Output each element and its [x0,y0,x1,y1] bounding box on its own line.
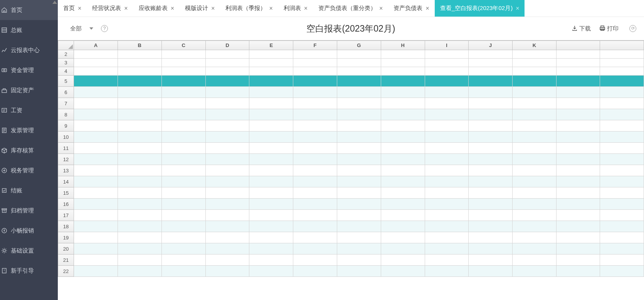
cell-14-H[interactable] [381,176,425,187]
cell-13-F[interactable] [293,165,337,176]
tab-8[interactable]: 查看_空白报表(2023年02月)× [435,0,525,17]
cell-14-B[interactable] [118,176,161,187]
cell-7-J[interactable] [469,98,513,109]
tab-2[interactable]: 应收账龄表× [133,0,180,17]
cell-14-E[interactable] [249,176,293,187]
cell-16-C[interactable] [161,199,205,210]
cell-5-C[interactable] [161,76,205,87]
cell-7-F[interactable] [293,98,337,109]
col-header-K[interactable]: K [513,41,557,50]
cell-20-C[interactable] [161,243,205,254]
cell-6-A[interactable] [74,87,118,98]
cell-6-C[interactable] [161,87,205,98]
cell-2-K[interactable] [513,50,557,59]
cell-9-J[interactable] [469,120,513,131]
cell-12-E[interactable] [249,154,293,165]
cell-20-A[interactable] [74,243,118,254]
cell-5-E[interactable] [249,76,293,87]
tab-0[interactable]: 首页× [58,0,87,17]
row-header-21[interactable]: 21 [58,254,74,266]
cell-14-D[interactable] [205,176,249,187]
cell-10-G[interactable] [337,131,381,143]
cell-4-F[interactable] [293,67,337,76]
cell-9-A[interactable] [74,120,118,131]
sidebar-item-2[interactable]: 云报表中心 [0,40,58,60]
cell-9-F[interactable] [293,120,337,131]
cell-4-K[interactable] [513,67,557,76]
col-header-A[interactable]: A [74,41,118,50]
cell-17-B[interactable] [118,210,161,221]
cell-20-B[interactable] [118,243,161,254]
cell-16-I[interactable] [425,199,469,210]
cell-11-F[interactable] [293,143,337,154]
sidebar-item-10[interactable]: 归档管理 [0,201,58,221]
row-header-7[interactable]: 7 [58,98,74,109]
row-header-20[interactable]: 20 [58,243,74,254]
cell-18-F[interactable] [293,221,337,232]
cell-2-C[interactable] [161,50,205,59]
cell-4-D[interactable] [205,67,249,76]
cell-4-A[interactable] [74,67,118,76]
sidebar-item-6[interactable]: 发票管理 [0,120,58,140]
cell-3-H[interactable] [381,59,425,67]
close-icon[interactable]: × [304,5,308,12]
row-header-4[interactable]: 4 [58,67,74,76]
cell-17-H[interactable] [381,210,425,221]
cell-13-D[interactable] [205,165,249,176]
cell-15-A[interactable] [74,187,118,199]
cell-15-I[interactable] [425,187,469,199]
cell-21-A[interactable] [74,254,118,266]
cell-22-A[interactable] [74,266,118,277]
row-header-9[interactable]: 9 [58,120,74,131]
col-header-I[interactable]: I [425,41,469,50]
cell-3-D[interactable] [205,59,249,67]
col-header-G[interactable]: G [337,41,381,50]
cell-6-H[interactable] [381,87,425,98]
help-icon[interactable]: ? [101,25,108,32]
cell-16-D[interactable] [205,199,249,210]
row-header-12[interactable]: 12 [58,154,74,165]
close-icon[interactable]: × [124,5,128,12]
cell-3-11[interactable] [556,59,600,67]
cell-6-K[interactable] [513,87,557,98]
refresh-icon[interactable]: ⟳ [629,25,636,32]
row-header-5[interactable]: 5 [58,76,74,87]
cell-20-J[interactable] [469,243,513,254]
cell-19-J[interactable] [469,232,513,243]
cell-18-B[interactable] [118,221,161,232]
cell-4-I[interactable] [425,67,469,76]
cell-13-G[interactable] [337,165,381,176]
sidebar-item-0[interactable]: 首页 [0,0,58,20]
cell-6-J[interactable] [469,87,513,98]
cell-14-12[interactable] [600,176,644,187]
cell-6-D[interactable] [205,87,249,98]
cell-2-B[interactable] [118,50,161,59]
cell-7-I[interactable] [425,98,469,109]
cell-15-11[interactable] [556,187,600,199]
cell-8-11[interactable] [556,109,600,120]
close-icon[interactable]: × [425,5,429,12]
cell-16-A[interactable] [74,199,118,210]
cell-17-12[interactable] [600,210,644,221]
cell-11-E[interactable] [249,143,293,154]
cell-10-I[interactable] [425,131,469,143]
cell-22-K[interactable] [513,266,557,277]
cell-5-11[interactable] [556,76,600,87]
cell-22-11[interactable] [556,266,600,277]
tab-4[interactable]: 利润表（季报）× [220,0,278,17]
cell-14-J[interactable] [469,176,513,187]
cell-19-D[interactable] [205,232,249,243]
cell-17-E[interactable] [249,210,293,221]
cell-22-E[interactable] [249,266,293,277]
filter-dropdown[interactable]: 全部 [66,23,98,35]
cell-12-H[interactable] [381,154,425,165]
cell-5-G[interactable] [337,76,381,87]
cell-5-D[interactable] [205,76,249,87]
cell-15-J[interactable] [469,187,513,199]
row-header-2[interactable]: 2 [58,50,74,59]
close-icon[interactable]: × [516,5,519,12]
cell-7-E[interactable] [249,98,293,109]
cell-15-12[interactable] [600,187,644,199]
cell-7-D[interactable] [205,98,249,109]
cell-11-I[interactable] [425,143,469,154]
